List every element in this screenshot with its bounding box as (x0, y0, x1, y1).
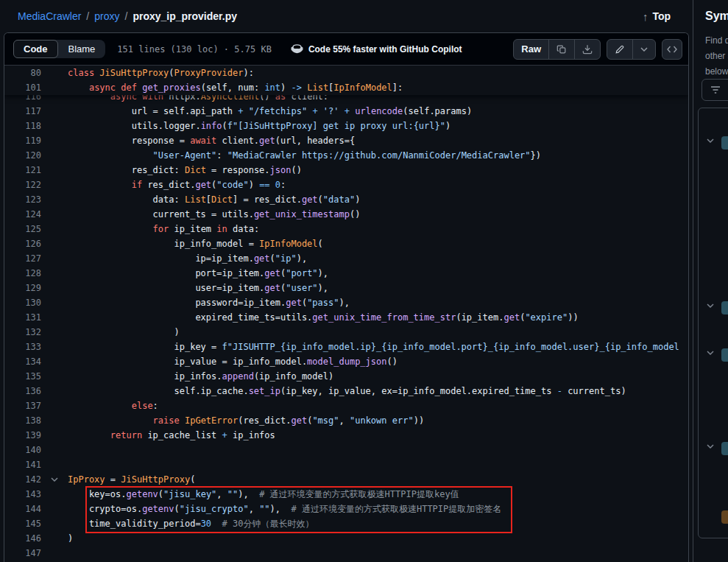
code-line: 138 raise IpGetError(res_dict.get("msg",… (4, 413, 688, 428)
code-line: 118 utils.logger.info(f"[JiSuHttpProxy] … (4, 119, 688, 133)
raw-actions-group: Raw (513, 39, 601, 60)
line-number[interactable]: 146 (4, 531, 41, 546)
filter-icon (710, 85, 721, 94)
line-number[interactable]: 128 (4, 266, 41, 281)
symbols-panel-title: Symbols (705, 10, 728, 23)
line-number[interactable]: 144 (4, 502, 41, 516)
code-area: 80class JiSuHttpProxy(ProxyProvider):101… (4, 66, 688, 562)
line-number[interactable]: 117 (4, 104, 41, 119)
symbols-filter-button[interactable] (702, 79, 728, 101)
up-arrow-icon: ↑ (643, 10, 649, 23)
code-text: for ip_item in data: (68, 222, 259, 236)
line-number[interactable]: 127 (4, 251, 41, 266)
line-number[interactable]: 138 (4, 413, 41, 428)
code-text: port=ip_item.get("port"), (68, 266, 328, 281)
line-number[interactable]: 101 (4, 80, 41, 95)
breadcrumb-repo-link[interactable]: MediaCrawler (18, 10, 81, 22)
code-text: utils.logger.info(f"[JiSuHttpProxy] get … (68, 119, 450, 133)
code-line: 126 ip_info_model = IpInfoModel( (4, 236, 688, 251)
code-text: current_ts = utils.get_unix_timestamp() (68, 207, 360, 222)
symbol-kind-badge[interactable] (721, 510, 728, 524)
code-line: 142IpProxy = JiSuHttpProxy( (4, 472, 688, 487)
breadcrumb-folder-link[interactable]: proxy (94, 10, 119, 22)
code-line: 140 (4, 443, 688, 457)
code-symbols-icon[interactable] (662, 39, 682, 60)
code-line: 130 password=ip_item.get("pass"), (4, 295, 688, 310)
chevron-down-icon[interactable] (707, 303, 714, 309)
line-number[interactable]: 126 (4, 236, 41, 251)
code-line: 137 else: (4, 398, 688, 413)
partially-hidden-line: 116 async with httpx.AsyncClient() as cl… (4, 95, 688, 104)
code-line: 139 return ip_cache_list + ip_infos (4, 428, 688, 443)
code-text: user=ip_item.get("user"), (68, 281, 328, 295)
line-number[interactable]: 131 (4, 310, 41, 325)
code-line: 136 self.ip_cache.set_ip(ip_key, ip_valu… (4, 384, 688, 398)
line-number[interactable]: 140 (4, 443, 41, 457)
code-text: ip_info_model = IpInfoModel( (68, 236, 323, 251)
back-to-top-link[interactable]: ↑ Top (643, 10, 671, 23)
line-number[interactable]: 119 (4, 133, 41, 148)
line-number[interactable]: 133 (4, 340, 41, 354)
code-line: 119 response = await client.get(url, hea… (4, 133, 688, 148)
line-number[interactable]: 116 (4, 95, 41, 104)
line-number[interactable]: 120 (4, 148, 41, 163)
code-text: ) (68, 531, 73, 546)
code-text: crypto=os.getenv("jisu_crypto", ""), # 通… (68, 502, 501, 516)
copy-icon[interactable] (548, 40, 574, 59)
line-number[interactable]: 123 (4, 192, 41, 207)
download-icon[interactable] (574, 40, 600, 59)
symbol-kind-badge[interactable] (721, 301, 728, 315)
line-number[interactable]: 136 (4, 384, 41, 398)
symbol-kind-badge[interactable] (721, 348, 728, 362)
copilot-banner[interactable]: Code 55% faster with GitHub Copilot (291, 43, 462, 55)
symbol-kind-badge[interactable] (721, 442, 728, 455)
line-number[interactable]: 118 (4, 119, 41, 133)
code-line: 147 (4, 546, 688, 561)
code-text: ip=ip_item.get("ip"), (68, 251, 307, 266)
line-number[interactable]: 147 (4, 546, 41, 561)
chevron-down-icon[interactable] (707, 351, 714, 356)
pencil-icon[interactable] (607, 40, 632, 59)
code-line: 131 expired_time_ts=utils.get_unix_time_… (4, 310, 688, 325)
code-line: 125 for ip_item in data: (4, 222, 688, 236)
line-number[interactable]: 137 (4, 398, 41, 413)
line-number[interactable]: 141 (4, 457, 41, 472)
line-number[interactable]: 143 (4, 487, 41, 502)
caret-down-icon[interactable] (632, 40, 655, 59)
code-text: IpProxy = JiSuHttpProxy( (68, 472, 195, 487)
line-number[interactable]: 124 (4, 207, 41, 222)
line-number[interactable]: 122 (4, 178, 41, 192)
line-number[interactable]: 80 (4, 66, 41, 80)
code-text: response = await client.get(url, headers… (68, 133, 355, 148)
tab-code[interactable]: Code (13, 40, 58, 58)
symbols-panel-description: Find definitions and references for func… (705, 33, 728, 80)
code-text: "User-Agent": "MediaCrawler https://gith… (68, 148, 541, 163)
collapse-chevron-icon[interactable] (41, 477, 68, 482)
code-text: async with httpx.AsyncClient() as client… (68, 95, 328, 104)
chevron-down-icon[interactable] (707, 444, 714, 449)
code-text: self.ip_cache.set_ip(ip_key, ip_value, e… (68, 384, 626, 398)
line-number[interactable]: 129 (4, 281, 41, 295)
tab-blame[interactable]: Blame (58, 40, 106, 58)
code-line: 143 key=os.getenv("jisu_key", ""), # 通过环… (4, 487, 688, 502)
line-number[interactable]: 121 (4, 163, 41, 178)
symbol-kind-badge[interactable] (721, 136, 728, 150)
line-number[interactable]: 139 (4, 428, 41, 443)
line-number[interactable]: 135 (4, 369, 41, 384)
line-number[interactable]: 145 (4, 516, 41, 531)
line-number[interactable]: 142 (4, 472, 41, 487)
line-number[interactable]: 134 (4, 354, 41, 369)
code-text: key=os.getenv("jisu_key", ""), # 通过环境变量的… (68, 487, 459, 502)
raw-button[interactable]: Raw (514, 40, 548, 59)
edit-actions-group (607, 39, 656, 60)
code-text: res_dict: Dict = response.json() (68, 163, 302, 178)
code-text: expired_time_ts=utils.get_unix_time_from… (68, 310, 579, 325)
copilot-banner-text: Code 55% faster with GitHub Copilot (308, 44, 462, 55)
code-line: 134 ip_value = ip_info_model.model_dump_… (4, 354, 688, 369)
line-number[interactable]: 125 (4, 222, 41, 236)
chevron-down-icon[interactable] (707, 138, 714, 144)
code-line: 146) (4, 531, 688, 546)
sticky-context-lines: 80class JiSuHttpProxy(ProxyProvider):101… (4, 66, 688, 95)
line-number[interactable]: 132 (4, 325, 41, 340)
line-number[interactable]: 130 (4, 295, 41, 310)
